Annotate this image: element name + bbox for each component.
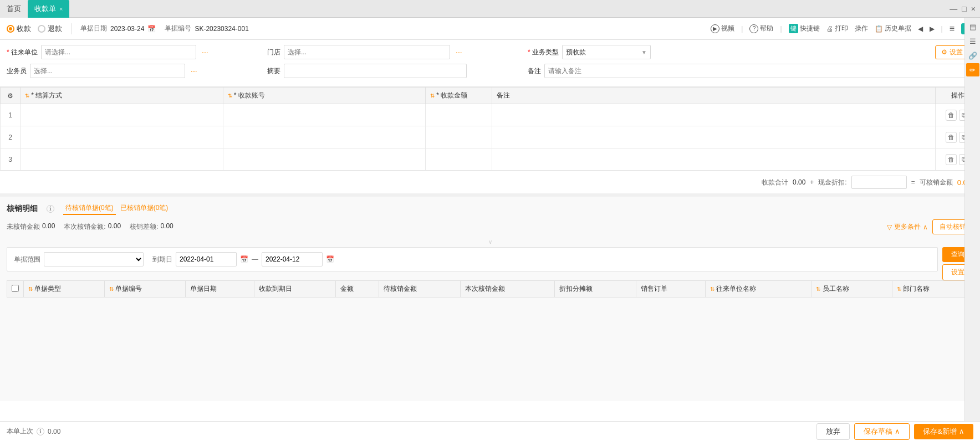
remark-input[interactable] xyxy=(544,64,973,78)
calendar-from-icon[interactable]: 📅 xyxy=(240,255,248,263)
col-account: ⇅ * 收款账号 xyxy=(223,88,426,104)
row-num-2: 2 xyxy=(1,134,20,141)
doc-no-field: 单据编号 SK-20230324-001 xyxy=(165,24,248,33)
maximize-btn[interactable]: □ xyxy=(962,4,966,13)
date-from-input[interactable] xyxy=(176,252,237,266)
receipt-radio[interactable]: 收款 xyxy=(7,24,31,34)
col-settlement: ⇅ * 结算方式 xyxy=(21,88,223,104)
order-info-icon[interactable]: ℹ xyxy=(37,428,44,435)
select-all-checkbox[interactable] xyxy=(12,285,19,292)
total-label: 收款合计 xyxy=(762,178,788,187)
cell-account-2[interactable] xyxy=(223,126,426,148)
table-gear-col[interactable]: ⚙ xyxy=(1,88,21,104)
video-icon: ▶ xyxy=(711,24,719,33)
abandon-button[interactable]: 放弃 xyxy=(816,423,850,440)
settings-button[interactable]: ⚙ 设置 xyxy=(935,45,969,59)
col-amount-label: * xyxy=(436,91,439,99)
counterparty-more-btn[interactable]: ··· xyxy=(200,48,211,57)
print-btn[interactable]: 🖨 打印 xyxy=(826,24,848,33)
sidebar-edit-icon[interactable]: ✏ xyxy=(966,63,979,76)
cell-account-3[interactable] xyxy=(223,148,426,171)
cell-amount-3[interactable] xyxy=(426,148,492,171)
history-btn[interactable]: 📋 历史单据 xyxy=(875,24,911,33)
col-pending-label: 待核销金额 xyxy=(384,285,417,293)
ops-label: 操作 xyxy=(855,24,868,33)
discount-input[interactable] xyxy=(851,176,907,189)
verify-filter-area: 单据范围 到期日 📅 — 📅 xyxy=(7,247,973,280)
minimize-btn[interactable]: — xyxy=(950,4,957,13)
shop-input[interactable] xyxy=(284,45,450,59)
close-btn[interactable]: × xyxy=(971,4,976,13)
tab-home[interactable]: 首页 xyxy=(0,0,28,18)
list-view-btn[interactable]: ≡ xyxy=(950,24,955,34)
refund-radio[interactable]: 退款 xyxy=(38,24,62,34)
col-due-date: 收款到期日 xyxy=(254,281,335,298)
nav-next-icon: ▶ xyxy=(930,25,935,33)
cell-settlement-2[interactable] xyxy=(21,126,223,148)
diff-label: 核销差额: xyxy=(130,222,158,232)
verify-info-icon[interactable]: ℹ xyxy=(47,205,54,213)
save-new-button[interactable]: 保存&新增 ∧ xyxy=(914,424,973,439)
video-btn[interactable]: ▶ 视频 xyxy=(711,24,734,33)
date-to-input[interactable] xyxy=(262,252,323,266)
cell-amount-2[interactable] xyxy=(426,126,492,148)
shortcut-btn[interactable]: 键 快捷键 xyxy=(789,24,820,33)
cell-remark-2[interactable] xyxy=(492,126,936,148)
form-row-1: * 往来单位 ··· 门店 ··· * 业务类型 预收款 ▼ xyxy=(7,44,973,60)
delete-row-2-btn[interactable]: 🗑 xyxy=(946,132,957,143)
toolbar-divider-1 xyxy=(71,23,72,34)
col-amount: 金额 xyxy=(335,281,379,298)
tab-receipt[interactable]: 收款单 × xyxy=(28,0,69,18)
calendar-to-icon[interactable]: 📅 xyxy=(326,255,334,263)
cell-remark-3[interactable] xyxy=(492,148,936,171)
window-controls: — □ × xyxy=(950,4,980,13)
sort-staff: ⇅ xyxy=(816,286,820,292)
doc-date-value[interactable]: 2023-03-24 xyxy=(110,25,144,33)
tab-bar: 首页 收款单 × — □ × xyxy=(0,0,980,18)
remark-label: 备注 xyxy=(528,66,541,76)
save-draft-button[interactable]: 保存草稿 ∧ xyxy=(854,423,910,440)
delete-row-1-btn[interactable]: 🗑 xyxy=(946,110,957,121)
summary-input[interactable] xyxy=(284,64,467,78)
cell-settlement-3[interactable] xyxy=(21,148,223,171)
col-amount: ⇅ * 收款金额 xyxy=(426,88,492,104)
more-conditions-btn[interactable]: ▽ 更多条件 ∧ xyxy=(887,222,928,232)
col-remark: 备注 xyxy=(492,88,936,104)
cell-account-1[interactable] xyxy=(223,104,426,126)
sidebar-table-icon[interactable]: ▤ xyxy=(966,20,979,33)
tab-done[interactable]: 已核销单据(0笔) xyxy=(118,202,171,215)
tab-close-icon[interactable]: × xyxy=(59,6,63,12)
ops-btn[interactable]: 操作 xyxy=(855,24,868,33)
cell-remark-1[interactable] xyxy=(492,104,936,126)
delete-row-3-btn[interactable]: 🗑 xyxy=(946,154,957,165)
filter-row: 单据范围 到期日 📅 — 📅 xyxy=(7,247,938,271)
staff-input[interactable] xyxy=(30,64,185,78)
help-label: 帮助 xyxy=(760,24,773,33)
counterparty-input[interactable] xyxy=(41,45,196,59)
calendar-icon[interactable]: 📅 xyxy=(147,25,156,33)
help-btn[interactable]: ? 帮助 xyxy=(749,24,773,33)
verify-stats: 未核销金额 0.00 本次核销金额: 0.00 核销差额: 0.00 ▽ 更多条… xyxy=(7,219,973,234)
required-star-2: * xyxy=(528,48,530,56)
cell-settlement-1[interactable] xyxy=(21,104,223,126)
staff-more-btn[interactable]: ··· xyxy=(188,66,200,75)
nav-prev-btn[interactable]: ◀ xyxy=(918,25,923,33)
summary-row: 收款合计 0.00 + 现金折扣: = 可核销金额 0.00 xyxy=(0,171,980,193)
remark-field: 备注 xyxy=(528,64,973,78)
sep2: | xyxy=(780,25,782,33)
nav-next-btn[interactable]: ▶ xyxy=(930,25,935,33)
shop-more-btn[interactable]: ··· xyxy=(453,48,465,57)
sort-doc-type: ⇅ xyxy=(28,286,33,292)
sep1: | xyxy=(741,25,743,33)
col-discount: 折扣分摊额 xyxy=(555,281,636,298)
tab-pending[interactable]: 待核销单据(0笔) xyxy=(63,202,116,215)
shortcut-label: 快捷键 xyxy=(800,24,820,33)
range-select[interactable] xyxy=(44,252,144,266)
business-type-select[interactable]: 预收款 ▼ xyxy=(562,45,651,59)
sidebar-list-icon[interactable]: ☰ xyxy=(966,34,979,48)
sidebar-link-icon[interactable]: 🔗 xyxy=(966,49,979,62)
col-doc-date-label: 单据日期 xyxy=(190,285,217,293)
bottom-right: 放弃 保存草稿 ∧ 保存&新增 ∧ xyxy=(816,423,973,440)
keyboard-icon: 键 xyxy=(789,24,798,33)
cell-amount-1[interactable] xyxy=(426,104,492,126)
